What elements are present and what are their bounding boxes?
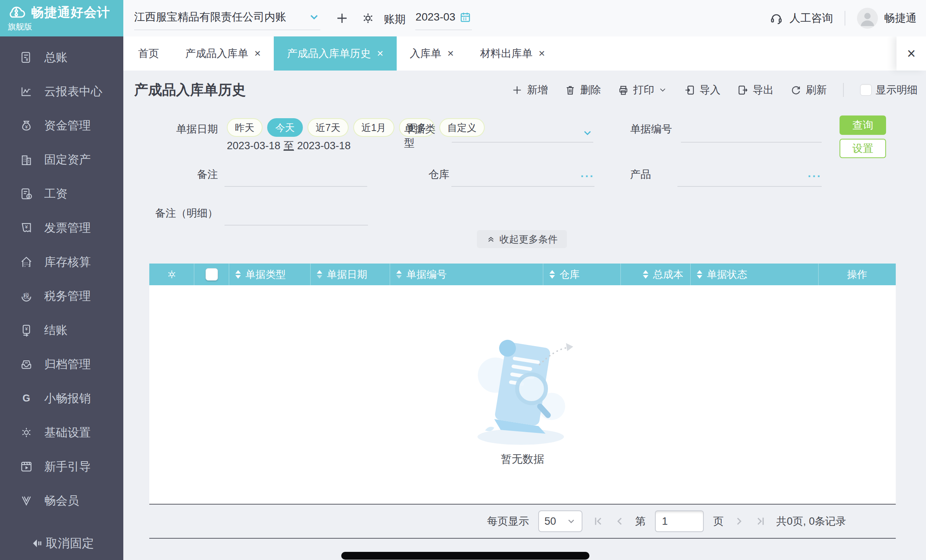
import-button[interactable]: 导入 (684, 83, 720, 97)
remark-input[interactable] (225, 167, 367, 183)
sidebar-item-tax[interactable]: 税 税务管理 (0, 279, 123, 313)
page-word-post: 页 (713, 514, 724, 528)
export-button[interactable]: 导出 (737, 83, 774, 97)
add-button[interactable]: 新增 (511, 83, 548, 97)
ellipsis-picker-icon[interactable]: ··· (580, 171, 594, 183)
type-select[interactable] (452, 118, 593, 143)
sort-icon[interactable] (697, 270, 702, 279)
column-header-doc-status[interactable]: 单据状态 (690, 264, 818, 285)
close-icon[interactable]: × (254, 48, 261, 59)
product-input[interactable] (677, 167, 808, 183)
svg-text:¥: ¥ (25, 326, 28, 332)
sidebar-item-invoice[interactable]: ¥ 发票管理 (0, 211, 123, 245)
tab-inbound[interactable]: 入库单 × (397, 36, 467, 71)
tab-home[interactable]: 首页 (123, 36, 172, 71)
close-icon[interactable]: × (377, 48, 383, 59)
sidebar-item-archive[interactable]: 归档管理 (0, 347, 123, 381)
sidebar-item-general-ledger[interactable]: ¥ 总账 (0, 40, 123, 74)
next-page-button[interactable] (733, 515, 745, 527)
collapse-more-filters-button[interactable]: 收起更多条件 (477, 230, 567, 248)
support-link[interactable]: 人工咨询 (790, 11, 833, 26)
svg-text:¥: ¥ (28, 195, 30, 199)
company-selector[interactable]: 江西服宝精品有限责任公司内账 (134, 5, 320, 30)
number-input-wrap (681, 118, 822, 143)
sidebar-item-inventory[interactable]: 库存核算 (0, 245, 123, 279)
close-icon[interactable]: × (447, 48, 454, 59)
add-account-button[interactable] (335, 11, 349, 26)
preset-yesterday[interactable]: 昨天 (227, 118, 263, 137)
last-page-button[interactable] (755, 515, 767, 527)
per-page-label: 每页显示 (487, 514, 529, 528)
unpin-sidebar-button[interactable]: 取消固定 (0, 535, 123, 551)
number-input[interactable] (681, 123, 822, 139)
settings-button[interactable]: 设置 (840, 139, 886, 158)
delete-label: 删除 (580, 83, 601, 97)
tab-material-outbound[interactable]: 材料出库单 × (467, 36, 558, 71)
sort-icon[interactable] (317, 270, 322, 279)
column-label: 仓库 (560, 268, 580, 281)
query-button[interactable]: 查询 (840, 115, 886, 135)
column-header-doc-type[interactable]: 单据类型 (229, 264, 310, 285)
documents-table: 单据类型 单据日期 单据编号 仓库 总成本 单据状态 (149, 264, 896, 504)
print-button[interactable]: 打印 (617, 83, 667, 97)
warehouse-input[interactable] (451, 167, 580, 183)
remark-detail-input[interactable] (225, 206, 368, 222)
preset-last7days[interactable]: 近7天 (308, 118, 349, 137)
sidebar-item-reimburse[interactable]: G 小畅报销 (0, 381, 123, 415)
sort-icon[interactable] (549, 270, 555, 279)
date-filter-label: 单据日期 (123, 122, 218, 136)
close-all-tabs-button[interactable]: × (897, 36, 926, 71)
horizontal-scrollbar[interactable] (341, 552, 589, 560)
sidebar-item-closing[interactable]: ¥ 结账 (0, 313, 123, 347)
sidebar-item-guide[interactable]: 新手引导 (0, 450, 123, 484)
column-settings-gear-icon[interactable] (149, 264, 194, 285)
company-name: 江西服宝精品有限责任公司内账 (134, 10, 286, 24)
remark-filter-label: 备注 (123, 167, 218, 181)
column-header-doc-number[interactable]: 单据编号 (390, 264, 543, 285)
sidebar-item-member[interactable]: 畅会员 (0, 484, 123, 518)
avatar[interactable] (857, 8, 878, 29)
calendar-icon (459, 11, 472, 23)
column-header-doc-date[interactable]: 单据日期 (310, 264, 390, 285)
tab-product-inbound[interactable]: 产成品入库单 × (172, 36, 274, 71)
per-page-select[interactable]: 50 (538, 510, 582, 532)
sort-icon[interactable] (643, 270, 648, 279)
show-detail-checkbox[interactable] (860, 84, 872, 96)
preset-today[interactable]: 今天 (267, 118, 303, 137)
preset-last-month[interactable]: 近1月 (353, 118, 394, 137)
first-page-button[interactable] (592, 515, 604, 527)
sidebar-item-label: 新手引导 (44, 459, 91, 475)
sort-icon[interactable] (396, 270, 402, 279)
period-selector[interactable]: 2023-03 (415, 5, 472, 30)
column-header-warehouse[interactable]: 仓库 (543, 264, 620, 285)
page-number-input[interactable] (662, 515, 697, 527)
show-detail-toggle[interactable]: 显示明细 (860, 83, 917, 97)
column-header-total-cost[interactable]: 总成本 (620, 264, 690, 285)
sidebar-item-settings[interactable]: 基础设置 (0, 415, 123, 450)
sidebar-item-cloud-reports[interactable]: 云报表中心 (0, 74, 123, 109)
delete-button[interactable]: 删除 (564, 83, 601, 97)
select-all-cell (194, 264, 229, 285)
svg-text:¥: ¥ (25, 124, 28, 130)
account-settings-gear-icon[interactable] (361, 11, 375, 26)
user-name[interactable]: 畅捷通 (884, 11, 917, 26)
refresh-button[interactable]: 刷新 (790, 83, 827, 97)
archive-tray-icon (19, 357, 33, 371)
sidebar-item-salary[interactable]: ¥ 工资 (0, 177, 123, 211)
sidebar-item-fixed-assets[interactable]: 固定资产 (0, 143, 123, 177)
cloud-logo-icon (6, 5, 26, 21)
select-all-checkbox[interactable] (206, 268, 218, 281)
close-icon[interactable]: × (539, 48, 545, 59)
tab-product-inbound-history[interactable]: 产成品入库单历史 × (274, 36, 396, 71)
sort-icon[interactable] (235, 270, 241, 279)
prev-page-button[interactable] (613, 515, 626, 527)
date-to: 2023-03-18 (297, 140, 351, 152)
sidebar-item-funds[interactable]: ¥ 资金管理 (0, 109, 123, 143)
period-label: 账期 (384, 12, 406, 27)
warehouse-icon (19, 255, 33, 269)
ellipsis-picker-icon[interactable]: ··· (808, 171, 822, 183)
double-chevron-up-icon (486, 234, 496, 244)
sidebar-item-label: 云报表中心 (44, 84, 102, 100)
sidebar-item-label: 固定资产 (44, 152, 91, 168)
sidebar-nav: ¥ 总账 云报表中心 ¥ 资金管理 固定资产 ¥ 工资 ¥ 发票管理 库存核算 … (0, 36, 123, 518)
